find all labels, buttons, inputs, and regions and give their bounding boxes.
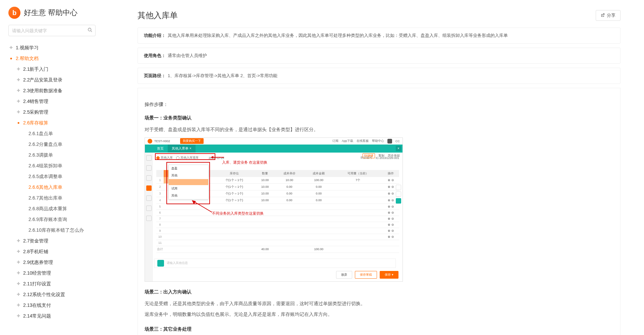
logo-icon: b [8,7,20,19]
ss-nav-icon [146,216,152,221]
nav-item-2-10[interactable]: ✚2.10经营管理 [8,268,104,278]
nav-item-2-6-10[interactable]: 2.6.10库存账本错了怎么办 [8,225,104,235]
ss-top-link: 在线客服 [357,139,369,143]
plus-icon: ✚ [16,64,21,74]
svg-line-4 [194,202,212,212]
nav-item-2-6[interactable]: ●2.6库存核算 [8,117,104,128]
logo-row: b 好生意 帮助中心 [8,7,104,19]
ss-row: 9⊕ ⊖ [156,228,399,234]
ss-totals: 合计40.00100.00 [156,246,399,253]
plus-icon: ✚ [16,300,21,311]
scene2-body2: 退库业务中，明细数量均以负值红色展示。无论是入库还是退库，库存账均记在入库方向。 [145,310,613,319]
ss-th: 数量 [255,170,275,177]
plus-icon: ✚ [16,257,21,268]
ss-tabbar: 首页 其他入库单 × × [145,145,402,153]
ss-remark-placeholder: 请输入其他信息 [167,261,188,265]
ss-btn-draft: 保存草稿 [355,271,377,279]
scene1-body: 对于受赠、盘盈或是拆装入库等不同的业务，是通过单据头【业务类型】进行区分。 [145,125,613,134]
ss-buy-btn: 我要购买一下 [180,138,204,144]
ss-th [156,170,164,177]
search-input[interactable] [8,25,96,36]
nav-item-2-7[interactable]: ✚2.7资金管理 [8,235,104,246]
ss-row: 8⊕ ⊖ [156,222,399,228]
ss-arrow-icon [211,154,224,161]
ss-th: 操作 [383,170,399,177]
nav-item-help-docs[interactable]: ●2.帮助文档 [8,53,104,64]
nav-item-2-12[interactable]: ✚2.12系统个性化设置 [8,289,104,300]
plus-icon: ✚ [16,107,21,117]
ss-arrow-icon [192,200,215,214]
ss-row: 11 [156,240,399,246]
nav-item-2-3[interactable]: ✚2.3使用前数据准备 [8,85,104,96]
nav-item-2-5[interactable]: ✚2.5采购管理 [8,107,104,117]
ss-tool-history: 历史单据 [388,154,400,158]
ss-sidetool-icon [396,185,401,190]
ss-username: CC [395,139,400,143]
nav-item-2-1[interactable]: ✚2.1新手入门 [8,64,104,74]
info-role-text: 通常由仓管人员维护 [168,53,207,58]
ss-nav-icon [146,165,152,171]
main-content: 其他入库单 分享 功能介绍：其他入库单用来处理除采购入库、产成品入库之外的其他入… [104,0,641,335]
ss-annotation-text-2: 不同业务的入库类型在这里切换 [212,211,264,216]
ss-tab-active: 其他入库单 × [168,145,196,153]
ss-tab-home: 首页 [153,145,168,153]
nav-item-2-6-2[interactable]: 2.6.2分量盘点单 [8,139,104,150]
ss-top-right: 订阅 App下载 在线客服 帮助中心 CC [332,139,400,144]
ss-annotation-text-1: 入库、退货业务 在这里切换 [222,160,267,165]
ss-nav-icon [146,175,152,181]
scene2-title: 场景二：出入方向确认 [145,289,613,295]
plus-icon: ✚ [16,311,21,321]
info-path-text: 1、库存核算->库存管理->其他入库单 2、首页->常用功能 [168,73,277,78]
info-path-label: 页面路径： [144,73,166,78]
info-function-text: 其他入库单用来处理除采购入库、产成品入库之外的其他入库业务，因此其他入库单可处理… [168,33,508,38]
plus-icon: ✚ [16,235,21,246]
nav-item-2-2[interactable]: ✚2.2产品安装及登录 [8,74,104,85]
share-button[interactable]: 分享 [596,10,621,21]
ss-row: 10⊕ ⊖ [156,234,399,240]
nav-item-2-11[interactable]: ✚2.11打印设置 [8,278,104,289]
plus-icon: ✚ [16,85,21,96]
ss-th: 成本单价 [275,170,304,177]
page-title: 其他入库单 [138,10,178,21]
nav-item-2-6-6[interactable]: 2.6.6其他入库单 [8,182,104,192]
ss-th: 库存位 [213,170,255,177]
nav-item-2-6-5[interactable]: 2.6.5成本调整单 [8,171,104,182]
ss-toolbar-right: 快捷键 复制 历史单据 [363,153,400,158]
ss-top-link: App下载 [342,139,353,143]
nav-tree: ✚1.视频学习 ●2.帮助文档 ✚2.1新手入门 ✚2.2产品安装及登录 ✚2.… [8,42,104,321]
info-function-label: 功能介绍： [144,33,166,38]
ss-row: 7⊕ ⊖ [156,216,399,222]
nav-item-2-6-8[interactable]: 2.6.8商品成本重算 [8,203,104,214]
ss-sidetool-icon [396,191,401,197]
ss-th: 成本金额 [304,170,333,177]
ss-nav-icon [146,155,152,161]
ss-nav-icon [146,206,152,211]
plus-icon: ✚ [16,96,21,107]
nav-item-2-6-9[interactable]: 2.6.9库存账本查询 [8,214,104,225]
nav-item-video[interactable]: ✚1.视频学习 [8,42,104,53]
nav-item-2-14[interactable]: ✚2.14常见问题 [8,311,104,321]
info-function: 功能介绍：其他入库单用来处理除采购入库、产成品入库之外的其他入库业务，因此其他入… [138,27,621,44]
nav-item-2-8[interactable]: ✚2.8手机旺铺 [8,246,104,257]
nav-item-2-6-7[interactable]: 2.6.7其他出库单 [8,192,104,203]
share-icon [601,13,605,18]
ss-logo-icon [148,139,152,144]
svg-marker-3 [211,156,213,159]
steps-label: 操作步骤： [145,102,613,108]
ss-btn-save: 保存 ▾ [380,271,398,279]
nav-item-2-6-3[interactable]: 2.6.3调拨单 [8,150,104,160]
ss-btnrow: 放弃 保存草稿 保存 ▾ [336,271,398,279]
plus-icon: ✚ [16,289,21,300]
search-wrap [8,25,96,36]
ss-remark: 请输入其他信息 [154,259,396,268]
nav-item-2-4[interactable]: ✚2.4销售管理 [8,96,104,107]
plus-icon: ✚ [16,74,21,85]
scene2-body1: 无论是受赠，还是其他类型的业务，由于入库商品质量等原因，需要退回，这时可通过单据… [145,299,613,308]
ss-avatar-icon [387,139,392,144]
nav-item-2-6-1[interactable]: 2.6.1盘点单 [8,128,104,139]
nav-item-2-13[interactable]: ✚2.13在线支付 [8,300,104,311]
nav-item-2-9[interactable]: ✚2.9优惠券管理 [8,257,104,268]
plus-icon: ✚ [16,246,21,257]
nav-item-2-6-4[interactable]: 2.6.4组装拆卸单 [8,160,104,171]
plus-icon: ✚ [16,268,21,278]
